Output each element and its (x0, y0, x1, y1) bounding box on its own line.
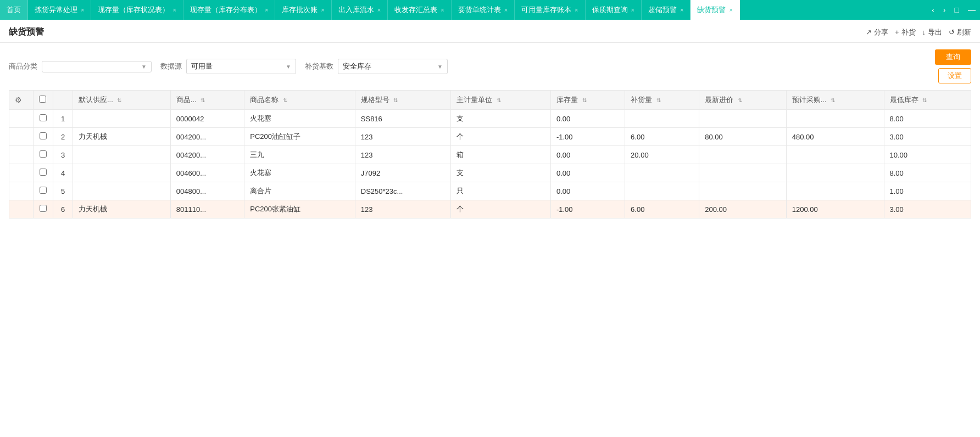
row-select-2[interactable] (40, 150, 47, 158)
row-latest-price-0 (699, 110, 786, 128)
row-select-4[interactable] (40, 187, 47, 194)
tab-close-avail-ledger[interactable]: × (575, 7, 578, 13)
tab-overstock[interactable]: 超储预警 × (642, 0, 691, 20)
row-select-5[interactable] (40, 205, 47, 212)
tab-close-stock-dist[interactable]: × (265, 7, 268, 13)
row-latest-price-1: 80.00 (699, 128, 786, 146)
row-no-3: 4 (53, 164, 73, 182)
tab-close-stock-status[interactable]: × (172, 7, 176, 13)
query-button[interactable]: 查询 (935, 49, 971, 65)
tab-prev-button[interactable]: ‹ (927, 5, 939, 14)
tab-process[interactable]: 拣货异常处理 × (28, 0, 91, 20)
row-spec-3: J7092 (355, 164, 450, 182)
header-actions: ↗ 分享 + 补货 ↓ 导出 ↺ 刷新 (866, 27, 971, 37)
col-header-settings: ⚙ (9, 91, 34, 110)
tab-minimize-button[interactable]: — (964, 5, 980, 14)
row-unit-2: 箱 (451, 146, 551, 164)
sort-spec-icon: ⇅ (393, 97, 398, 103)
sort-est-purchase-icon: ⇅ (831, 97, 835, 103)
tab-close-recv-summary[interactable]: × (441, 7, 444, 13)
select-all-checkbox[interactable] (39, 96, 46, 103)
row-goods-name-1: PC200油缸缸子 (244, 128, 355, 146)
row-min-stock-0: 8.00 (884, 110, 971, 128)
row-supplier-2 (73, 146, 171, 164)
tab-close-order-stat[interactable]: × (504, 7, 508, 13)
tab-home[interactable]: 首页 (0, 0, 28, 20)
tab-shortage[interactable]: 缺货预警 × (691, 0, 739, 20)
row-goods-name-0: 火花塞 (244, 110, 355, 128)
table-header-row: ⚙ 默认供应... ⇅ 商品... ⇅ 商品名称 (9, 91, 971, 110)
table-row: 6 力天机械 801110... PC200张紧油缸 123 个 -1.00 6… (9, 200, 971, 218)
row-checkbox-2[interactable] (34, 146, 53, 164)
row-est-purchase-4 (786, 182, 884, 200)
row-checkbox-1[interactable] (34, 128, 53, 146)
replenish-base-select[interactable]: 安全库存 ▼ (338, 59, 448, 74)
replenish-base-filter-group: 补货基数 安全库存 ▼ (305, 59, 448, 74)
settings-button[interactable]: 设置 (938, 68, 971, 83)
category-filter-group: 商品分类 ▼ (9, 61, 152, 72)
data-table: ⚙ 默认供应... ⇅ 商品... ⇅ 商品名称 (9, 90, 971, 218)
row-supplier-5: 力天机械 (73, 200, 171, 218)
row-supplier-3 (73, 164, 171, 182)
tab-close-overstock[interactable]: × (680, 7, 683, 13)
page-header: 缺货预警 ↗ 分享 + 补货 ↓ 导出 ↺ 刷新 (0, 20, 980, 43)
row-supplier-1: 力天机械 (73, 128, 171, 146)
tab-navigation: ‹ › □ — (927, 5, 980, 14)
settings-gear-icon[interactable]: ⚙ (15, 96, 22, 104)
sort-goods-name-icon: ⇅ (283, 97, 287, 103)
tab-expiry-query[interactable]: 保质期查询 × (586, 0, 642, 20)
refresh-button[interactable]: ↺ 刷新 (949, 27, 971, 37)
col-header-latest-price[interactable]: 最新进价 ⇅ (699, 91, 786, 110)
col-header-stock[interactable]: 库存量 ⇅ (550, 91, 625, 110)
col-header-supplier[interactable]: 默认供应... ⇅ (73, 91, 171, 110)
col-header-min-stock[interactable]: 最低库存 ⇅ (884, 91, 971, 110)
category-label: 商品分类 (9, 61, 37, 71)
col-header-replenish[interactable]: 补货量 ⇅ (625, 91, 699, 110)
category-select[interactable]: ▼ (42, 61, 152, 72)
col-header-spec[interactable]: 规格型号 ⇅ (355, 91, 450, 110)
col-header-est-purchase[interactable]: 预计采购... ⇅ (786, 91, 884, 110)
tab-recv-summary[interactable]: 收发存汇总表 × (388, 0, 451, 20)
sort-replenish-icon: ⇅ (656, 97, 661, 103)
row-latest-price-5: 200.00 (699, 200, 786, 218)
row-est-purchase-5: 1200.00 (786, 200, 884, 218)
row-checkbox-0[interactable] (34, 110, 53, 128)
row-checkbox-3[interactable] (34, 164, 53, 182)
col-header-goods-name[interactable]: 商品名称 ⇅ (244, 91, 355, 110)
replenish-icon: + (895, 28, 899, 36)
share-button[interactable]: ↗ 分享 (866, 27, 888, 37)
row-checkbox-4[interactable] (34, 182, 53, 200)
row-est-purchase-2 (786, 146, 884, 164)
refresh-icon: ↺ (949, 28, 955, 36)
tab-order-stat[interactable]: 要货单统计表 × (452, 0, 515, 20)
tab-next-button[interactable]: › (939, 5, 950, 14)
sort-latest-price-icon: ⇅ (738, 97, 742, 103)
table-container: ⚙ 默认供应... ⇅ 商品... ⇅ 商品名称 (0, 90, 980, 218)
row-select-3[interactable] (40, 169, 47, 176)
row-select-1[interactable] (40, 132, 47, 139)
col-header-goods-code[interactable]: 商品... ⇅ (170, 91, 244, 110)
row-no-0: 1 (53, 110, 73, 128)
tab-maximize-button[interactable]: □ (950, 5, 964, 14)
tab-close-inout-flow[interactable]: × (377, 7, 381, 13)
tab-close-expiry-query[interactable]: × (631, 7, 634, 13)
row-checkbox-5[interactable] (34, 200, 53, 218)
row-select-0[interactable] (40, 114, 47, 121)
col-header-unit[interactable]: 主计量单位 ⇅ (451, 91, 551, 110)
tab-close-process[interactable]: × (81, 7, 84, 13)
row-stock-4: 0.00 (550, 182, 625, 200)
tab-close-shortage[interactable]: × (729, 7, 732, 13)
datasource-select[interactable]: 可用量 ▼ (186, 59, 296, 74)
datasource-label: 数据源 (160, 61, 182, 71)
tab-stock-status[interactable]: 现存量（库存状况表） × (91, 0, 183, 20)
export-button[interactable]: ↓ 导出 (922, 27, 943, 37)
tab-stock-dist[interactable]: 现存量（库存分布表） × (183, 0, 275, 20)
tab-batch-account[interactable]: 库存批次账 × (275, 0, 331, 20)
tab-inout-flow[interactable]: 出入库流水 × (332, 0, 388, 20)
row-no-4: 5 (53, 182, 73, 200)
tab-avail-ledger[interactable]: 可用量库存账本 × (515, 0, 585, 20)
replenish-button[interactable]: + 补货 (895, 27, 916, 37)
sort-stock-icon: ⇅ (582, 97, 587, 103)
share-icon: ↗ (866, 28, 872, 36)
tab-close-batch-account[interactable]: × (321, 7, 324, 13)
